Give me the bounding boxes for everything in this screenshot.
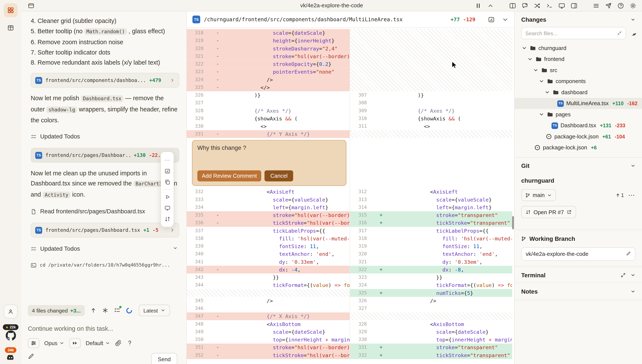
send-button[interactable]: Send (151, 353, 177, 364)
todo-status-icon[interactable] (114, 307, 121, 314)
expand-icon[interactable] (621, 273, 626, 278)
asterisk-icon[interactable] (102, 307, 109, 314)
line-number[interactable]: 324 (350, 281, 370, 289)
more-icon[interactable]: ⋯ (627, 192, 635, 198)
line-number[interactable]: 331 (187, 130, 207, 138)
terminal-command-row[interactable]: cd /private/var/folders/10/h7w0q46556ggr… (31, 260, 179, 270)
line-number[interactable]: 351 (187, 344, 207, 351)
more-icon[interactable]: ⋯ (161, 154, 174, 166)
swap-icon[interactable] (161, 213, 174, 224)
preset-dropdown[interactable]: Default (86, 340, 110, 346)
line-number[interactable]: 325 (187, 84, 207, 91)
line-number[interactable]: 323 (187, 68, 207, 76)
line-number[interactable]: 318 (350, 234, 370, 242)
line-number[interactable]: 332 (350, 351, 370, 359)
comment-input[interactable]: Why this change ? (197, 144, 341, 151)
line-number[interactable]: 333 (187, 196, 207, 204)
tree-folder[interactable]: dashboard (515, 87, 642, 98)
line-number[interactable]: 312 (350, 188, 370, 196)
github-icon[interactable] (6, 330, 16, 341)
tree-folder[interactable]: pages (515, 109, 642, 120)
line-number[interactable]: 338 (187, 234, 207, 242)
line-number[interactable]: 347 (187, 312, 207, 320)
sliders-icon[interactable] (28, 338, 39, 348)
bird-icon[interactable] (630, 30, 637, 36)
chevron-down-icon[interactable] (173, 244, 178, 254)
chevron-down-icon[interactable] (502, 16, 509, 23)
line-number[interactable]: 349 (187, 328, 207, 336)
annotate-icon[interactable] (161, 166, 174, 177)
tree-file[interactable]: TSMultiLineArea.tsx+110-162 (515, 98, 642, 109)
line-number[interactable]: 334 (187, 204, 207, 211)
line-number[interactable]: 327 (350, 304, 370, 312)
pen-icon[interactable] (28, 353, 35, 360)
line-number[interactable]: 345 (187, 297, 207, 304)
search-input[interactable] (525, 30, 615, 36)
file-change-card[interactable]: TS frontend/src/pages/Dashboar... +130 -… (31, 148, 179, 163)
notes-section-header[interactable]: Notes (515, 282, 642, 300)
shuffle-icon[interactable] (534, 2, 541, 9)
line-number[interactable]: 317 (350, 227, 370, 234)
line-number[interactable]: 326 (350, 297, 370, 304)
pointer-icon[interactable] (605, 2, 612, 9)
line-number[interactable]: 341 (187, 258, 207, 266)
git-section-header[interactable]: Git (515, 157, 642, 172)
scrollbar-thumb[interactable] (512, 216, 514, 229)
line-number[interactable]: 324 (187, 76, 207, 84)
file-change-card[interactable]: TS frontend/src/components/dashboa... +4… (31, 73, 179, 88)
paperclip-icon[interactable] (115, 340, 122, 346)
line-number[interactable]: 325 (350, 289, 370, 297)
line-number[interactable]: 329 (350, 328, 370, 336)
tree-folder[interactable]: frontend (515, 54, 642, 65)
collapse-icon[interactable] (617, 31, 622, 36)
chevron-down-icon[interactable] (630, 17, 635, 22)
line-number[interactable]: 332 (187, 188, 207, 196)
line-number[interactable]: 314 (350, 204, 370, 211)
account-icon[interactable] (4, 304, 18, 318)
add-review-comment-button[interactable]: Add Review Comment (197, 170, 261, 182)
annotate-icon[interactable] (488, 16, 495, 23)
message-input[interactable] (28, 325, 180, 332)
line-number[interactable]: 326 (187, 91, 207, 99)
line-number[interactable]: 318 (187, 29, 207, 37)
line-number[interactable]: 315 (350, 211, 370, 219)
line-number[interactable]: 308 (350, 99, 370, 107)
terminal-section-header[interactable]: Terminal (515, 266, 642, 282)
line-number[interactable]: 344 (187, 281, 207, 289)
terminal-icon[interactable] (546, 2, 553, 9)
line-number[interactable]: 327 (187, 99, 207, 107)
files-changed-pill[interactable]: 4 files changed +3... (28, 305, 85, 316)
chevron-down-icon[interactable] (630, 163, 635, 168)
changes-section-header[interactable]: Changes (515, 12, 642, 26)
line-number[interactable]: 321 (350, 258, 370, 266)
line-number[interactable]: 336 (187, 219, 207, 227)
line-number[interactable]: 313 (350, 196, 370, 204)
read-file-row[interactable]: Read frontend/src/pages/Dashboard.tsx (31, 206, 179, 217)
hook-icon[interactable] (127, 340, 133, 346)
tree-folder[interactable]: src (515, 64, 642, 76)
tree-file[interactable]: package-lock.json+6 (515, 142, 642, 153)
display-icon[interactable] (558, 2, 565, 9)
cancel-button[interactable]: Cancel (265, 170, 293, 182)
line-number[interactable]: 328 (350, 320, 370, 328)
line-number[interactable]: 322 (350, 266, 370, 274)
file-change-card[interactable]: TS frontend/src/pages/Dashboard.tsx +1 -… (31, 223, 179, 238)
line-number[interactable]: 335 (187, 211, 207, 219)
fast-forward-icon[interactable] (69, 338, 81, 348)
line-number[interactable]: 316 (350, 219, 370, 227)
chevron-down-icon[interactable] (630, 273, 635, 278)
line-number[interactable]: 330 (350, 336, 370, 344)
line-number[interactable]: 310 (350, 114, 370, 122)
chat-bubble-icon[interactable] (521, 2, 528, 9)
line-number[interactable]: 343 (187, 274, 207, 281)
line-number[interactable]: 339 (187, 242, 207, 250)
open-pr-button[interactable]: Open PR #7 (521, 206, 576, 218)
tree-folder[interactable]: churnguard (515, 42, 642, 54)
line-number[interactable]: 330 (187, 122, 207, 130)
tree-file[interactable]: package-lock.json+61-104 (515, 131, 642, 142)
review-comment-box[interactable]: Why this change ?Add Review CommentCance… (192, 140, 346, 186)
line-number[interactable]: 348 (187, 320, 207, 328)
tree-file[interactable]: TSDashboard.tsx+131-233 (515, 120, 642, 131)
copy-icon[interactable] (161, 176, 174, 188)
line-number[interactable]: 319 (187, 37, 207, 45)
